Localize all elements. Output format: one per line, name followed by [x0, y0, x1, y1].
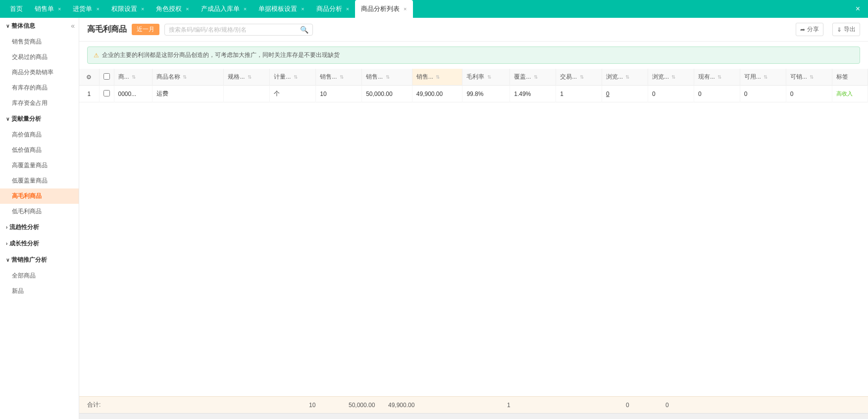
cell-sales1: 10	[316, 86, 362, 102]
sort-icon-gross-rate: ⇅	[487, 74, 491, 80]
sidebar-item-new-goods[interactable]: 新品	[0, 283, 79, 299]
sidebar-item-all-goods[interactable]: 全部商品	[0, 268, 79, 283]
share-icon: ➦	[800, 26, 805, 33]
footer-cell-current: 0	[622, 402, 662, 409]
sidebar-group-marketing[interactable]: ∨ 营销推广分析	[0, 252, 79, 268]
sidebar-group-growth[interactable]: › 成长性分析	[0, 235, 79, 252]
col-sales3[interactable]: 销售... ⇅	[412, 69, 462, 86]
close-all-button[interactable]: ×	[852, 4, 864, 13]
sidebar-group-contribution[interactable]: ∨ 贡献量分析	[0, 111, 79, 127]
cell-index: 1	[79, 86, 99, 102]
sidebar-group-contribution-arrow: ∨	[6, 116, 9, 122]
col-checkbox[interactable]	[99, 69, 114, 86]
sidebar-group-growth-label: 成长性分析	[9, 239, 39, 248]
sidebar-item-high-coverage[interactable]: 高覆盖量商品	[0, 158, 79, 173]
export-button[interactable]: ⇓ 导出	[832, 23, 860, 36]
sidebar-item-low-margin[interactable]: 低毛利商品	[0, 204, 79, 219]
share-button[interactable]: ➦ 分享	[796, 23, 823, 36]
sidebar-group-marketing-arrow: ∨	[6, 257, 9, 263]
nav-role-close[interactable]: ×	[186, 0, 189, 18]
table-row: 1 0000... 运费	[79, 86, 868, 102]
nav-template[interactable]: 单据模板设置 ×	[253, 0, 310, 18]
sort-icon-browse2: ⇅	[671, 74, 675, 80]
sort-icon-code: ⇅	[132, 74, 136, 80]
row-checkbox[interactable]	[103, 90, 110, 96]
nav-sales-close[interactable]: ×	[58, 0, 61, 18]
nav-sales[interactable]: 销售单 ×	[29, 0, 67, 18]
col-browse1[interactable]: 浏览... ⇅	[602, 69, 648, 86]
cell-transaction: 1	[556, 86, 602, 102]
cell-checkbox[interactable]	[99, 86, 114, 102]
col-browse2[interactable]: 浏览... ⇅	[648, 69, 694, 86]
sidebar-group-overall-label: 整体信息	[11, 22, 35, 30]
sidebar-item-category-rate[interactable]: 商品分类助销率	[0, 65, 79, 80]
cell-name: 运费	[153, 86, 224, 102]
footer-cell-sales3: 49,900.00	[384, 402, 424, 409]
sidebar-item-high-margin[interactable]: 高毛利商品	[0, 188, 79, 204]
nav-analysis-list[interactable]: 商品分析列表 ×	[355, 0, 412, 18]
sort-icon-transaction: ⇅	[580, 74, 584, 80]
sidebar-item-high-value[interactable]: 高价值商品	[0, 127, 79, 142]
filter-button[interactable]: 近一月	[132, 24, 159, 35]
sort-icon-saleable: ⇅	[810, 74, 814, 80]
nav-permissions[interactable]: 权限设置 ×	[105, 0, 150, 18]
search-container: 🔍	[164, 24, 313, 36]
cell-sales2: 50,000.00	[362, 86, 412, 102]
cell-unit: 个	[270, 86, 316, 102]
nav-permissions-close[interactable]: ×	[141, 0, 144, 18]
sidebar-item-traded-goods[interactable]: 交易过的商品	[0, 49, 79, 65]
col-saleable[interactable]: 可销... ⇅	[786, 69, 832, 86]
search-input[interactable]	[169, 26, 298, 33]
horizontal-scrollbar[interactable]	[79, 413, 868, 419]
nav-role[interactable]: 角色授权 ×	[150, 0, 195, 18]
col-settings[interactable]: ⚙	[79, 69, 99, 86]
sidebar-item-in-stock[interactable]: 有库存的商品	[0, 80, 79, 95]
col-coverage[interactable]: 覆盖... ⇅	[510, 69, 556, 86]
footer-cell-sales2: 50,000.00	[345, 402, 384, 409]
sidebar-group-overall[interactable]: ∨ 整体信息	[0, 18, 79, 34]
sidebar-item-inventory-capital[interactable]: 库存资金占用	[0, 95, 79, 111]
col-sales2[interactable]: 销售... ⇅	[362, 69, 412, 86]
col-name[interactable]: 商品名称 ⇅	[153, 69, 224, 86]
search-icon[interactable]: 🔍	[300, 26, 308, 34]
col-transaction[interactable]: 交易... ⇅	[556, 69, 602, 86]
footer-label: 合计:	[87, 401, 186, 409]
footer-cell-transaction: 1	[503, 402, 543, 409]
sort-icon-coverage: ⇅	[534, 74, 538, 80]
nav-purchase-label: 进货单	[73, 0, 92, 18]
col-spec[interactable]: 规格... ⇅	[224, 69, 270, 86]
col-sales1[interactable]: 销售... ⇅	[316, 69, 362, 86]
col-available[interactable]: 可用... ⇅	[740, 69, 786, 86]
nav-product-entry-close[interactable]: ×	[244, 0, 247, 18]
nav-analysis-list-close[interactable]: ×	[404, 0, 407, 18]
sort-icon-spec: ⇅	[248, 74, 252, 80]
cell-browse1[interactable]: 0	[602, 86, 648, 102]
col-tag[interactable]: 标签	[832, 69, 868, 86]
sidebar-group-overall-arrow: ∨	[6, 23, 9, 29]
col-current[interactable]: 现有... ⇅	[694, 69, 740, 86]
cell-available: 0	[740, 86, 786, 102]
nav-analysis-close[interactable]: ×	[346, 0, 349, 18]
sidebar-item-low-coverage[interactable]: 低覆盖量商品	[0, 173, 79, 188]
col-code[interactable]: 商... ⇅	[114, 69, 153, 86]
nav-product-entry[interactable]: 产成品入库单 ×	[195, 0, 253, 18]
nav-template-close[interactable]: ×	[301, 0, 304, 18]
col-unit[interactable]: 计量... ⇅	[270, 69, 316, 86]
sidebar-group-trend[interactable]: › 流趋性分析	[0, 219, 79, 235]
page-title: 高毛利商品	[87, 24, 127, 35]
cell-current: 0	[694, 86, 740, 102]
sidebar-item-low-value[interactable]: 低价值商品	[0, 142, 79, 158]
cell-code: 0000...	[114, 86, 153, 102]
nav-home-label: 首页	[10, 0, 23, 18]
sidebar: « ∨ 整体信息 销售货商品 交易过的商品 商品分类助销率 有库存的商品 库存资…	[0, 18, 79, 419]
nav-purchase-close[interactable]: ×	[96, 0, 99, 18]
nav-purchase[interactable]: 进货单 ×	[67, 0, 105, 18]
nav-analysis[interactable]: 商品分析 ×	[310, 0, 355, 18]
cell-coverage: 1.49%	[510, 86, 556, 102]
sidebar-collapse-button[interactable]: «	[71, 22, 75, 30]
col-gross-rate[interactable]: 毛利率 ⇅	[462, 69, 510, 86]
nav-home[interactable]: 首页	[4, 0, 29, 18]
export-icon: ⇓	[837, 26, 842, 33]
sidebar-item-sales-goods[interactable]: 销售货商品	[0, 34, 79, 49]
select-all-checkbox[interactable]	[103, 73, 110, 80]
